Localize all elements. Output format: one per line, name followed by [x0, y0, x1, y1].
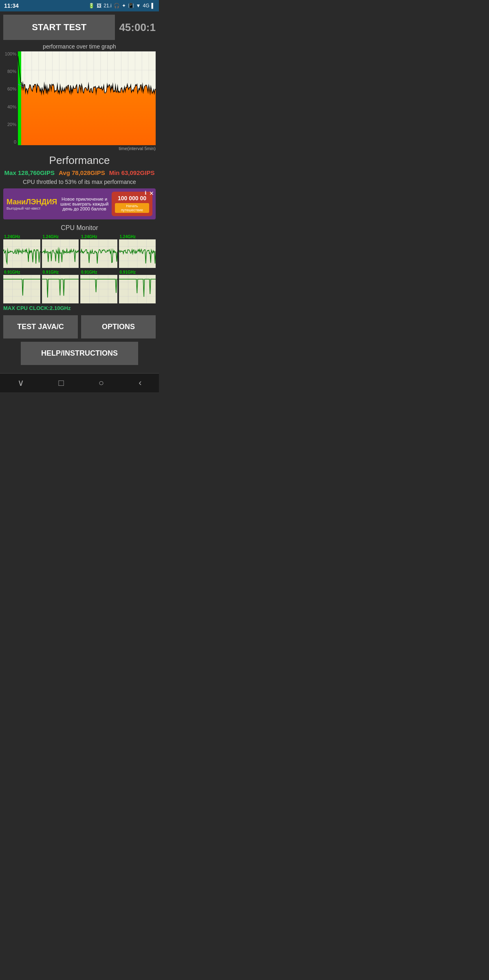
cpu-core-7: 0.91GHz	[119, 270, 156, 303]
cpu-core-6-canvas	[80, 275, 117, 303]
cpu-core-2: 1.24GHz	[80, 234, 117, 268]
btn-row: TEST JAVA/C OPTIONS	[3, 315, 156, 338]
test-java-button[interactable]: TEST JAVA/C	[3, 315, 78, 338]
cpu-core-0-canvas	[3, 239, 40, 268]
vibrate-icon: 📳	[128, 3, 134, 9]
status-bar: 11:34 🔋 🖼 21.i 🎧 ✦ 📳 ▼ 4G ▌	[0, 0, 159, 11]
ad-info-icon[interactable]: ℹ	[145, 190, 147, 196]
cpu-core-7-canvas	[119, 275, 156, 303]
cpu-freq-3: 1.24GHz	[119, 234, 156, 239]
graph-wrapper: 100% 80% 60% 40% 20% 0	[3, 51, 156, 145]
nav-down-icon[interactable]: ∨	[18, 378, 24, 388]
ad-close-button[interactable]: ✕	[149, 190, 154, 197]
status-icons: 🔋 🖼 21.i 🎧 ✦ 📳 ▼ 4G ▌	[88, 3, 155, 9]
ad-sub: Выгодный чат-квест	[7, 206, 57, 210]
cpu-core-1: 1.24GHz	[42, 234, 79, 268]
graph-area	[18, 51, 156, 145]
cpu-core-3-canvas	[119, 239, 156, 268]
ad-banner[interactable]: МаниЛЭНДИЯ Выгодный чат-квест Новое прик…	[3, 188, 156, 219]
y-label-40: 40%	[3, 104, 16, 109]
cpu-core-4: 0.91GHz	[3, 270, 40, 303]
perf-avg: Avg 78,028GIPS	[59, 169, 105, 176]
timer-display: 45:00:1	[119, 21, 156, 34]
cpu-core-1-canvas	[42, 239, 79, 268]
cpu-freq-5: 0.91GHz	[42, 270, 79, 275]
nav-home-icon[interactable]: ○	[99, 378, 104, 388]
nav-back-icon[interactable]: ‹	[139, 378, 141, 388]
headphone-icon: 🎧	[114, 3, 120, 9]
image-icon: 🖼	[97, 3, 101, 9]
performance-section: Performance Max 128,760GIPS Avg 78,028GI…	[3, 154, 156, 185]
navigation-bar: ∨ □ ○ ‹	[0, 373, 159, 392]
perf-note: CPU throttled to 53% of its max performa…	[3, 179, 156, 185]
options-button[interactable]: OPTIONS	[81, 315, 156, 338]
ad-middle-text: Новое приключение и шанс выиграть каждый…	[58, 197, 111, 211]
ad-cta[interactable]: Начать путешествие	[115, 203, 149, 213]
cpu-freq-7: 0.91GHz	[119, 270, 156, 275]
y-label-0: 0	[3, 139, 16, 144]
performance-title: Performance	[3, 154, 156, 167]
cpu-core-4-canvas	[3, 275, 40, 303]
main-content: START TEST 45:00:1 performance over time…	[0, 11, 159, 373]
status-time: 11:34	[4, 2, 19, 9]
nav-recent-icon[interactable]: □	[59, 378, 64, 388]
performance-stats: Max 128,760GIPS Avg 78,028GIPS Min 63,09…	[3, 169, 156, 176]
cpu-freq-2: 1.24GHz	[80, 234, 117, 239]
ad-left: МаниЛЭНДИЯ Выгодный чат-квест	[7, 198, 57, 210]
cpu-freq-0: 1.24GHz	[3, 234, 40, 239]
cpu-monitor-section: CPU Monitor 1.24GHz 1.24GHz 1.24GHz 1.24…	[3, 224, 156, 311]
cpu-core-6: 0.91GHz	[80, 270, 117, 303]
start-test-button[interactable]: START TEST	[3, 15, 115, 40]
4g-icon: 4G	[143, 3, 149, 9]
cpu-core-3: 1.24GHz	[119, 234, 156, 268]
graph-section: performance over time graph 100% 80% 60%…	[3, 43, 156, 151]
ad-amount: 100 000 00	[115, 195, 149, 201]
y-label-80: 80%	[3, 69, 16, 74]
ad-brand: МаниЛЭНДИЯ	[7, 198, 57, 206]
graph-time-label: time(interval 5min)	[3, 146, 156, 151]
y-label-100: 100%	[3, 51, 16, 56]
cpu-freq-6: 0.91GHz	[80, 270, 117, 275]
y-label-60: 60%	[3, 86, 16, 91]
cpu-grid-top: 1.24GHz 1.24GHz 1.24GHz 1.24GHz	[3, 234, 156, 268]
battery-icon: 🔋	[88, 3, 95, 9]
perf-min: Min 63,092GIPS	[109, 169, 155, 176]
perf-max: Max 128,760GIPS	[4, 169, 55, 176]
signal-bars: ▌	[151, 3, 155, 9]
top-row: START TEST 45:00:1	[3, 15, 156, 40]
cpu-grid-bottom: 0.91GHz 0.91GHz 0.91GHz 0.91GHz	[3, 270, 156, 303]
btn-help-row: HELP/INSTRUCTIONS	[3, 342, 156, 365]
signal-strength: 21.i	[104, 3, 111, 9]
cpu-core-0: 1.24GHz	[3, 234, 40, 268]
cpu-monitor-title: CPU Monitor	[3, 224, 156, 232]
cpu-freq-1: 1.24GHz	[42, 234, 79, 239]
y-label-20: 20%	[3, 122, 16, 127]
performance-canvas	[18, 51, 156, 145]
cpu-freq-4: 0.91GHz	[3, 270, 40, 275]
cpu-core-5-canvas	[42, 275, 79, 303]
bluetooth-icon: ✦	[122, 3, 126, 9]
y-axis: 100% 80% 60% 40% 20% 0	[3, 51, 18, 145]
max-cpu-clock: MAX CPU CLOCK:2.10GHz	[3, 305, 156, 311]
help-instructions-button[interactable]: HELP/INSTRUCTIONS	[21, 342, 138, 365]
graph-title: performance over time graph	[3, 43, 156, 50]
wifi-icon: ▼	[136, 3, 141, 9]
cpu-core-2-canvas	[80, 239, 117, 268]
cpu-core-5: 0.91GHz	[42, 270, 79, 303]
